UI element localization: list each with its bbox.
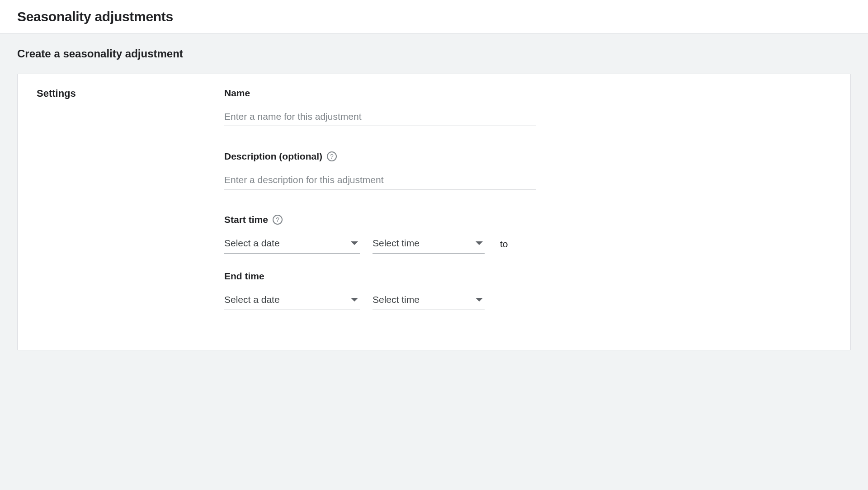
- help-icon[interactable]: ?: [327, 151, 337, 161]
- page-header: Seasonality adjustments: [0, 0, 868, 34]
- name-field-group: Name: [224, 88, 831, 126]
- start-time-dropdown[interactable]: Select time: [373, 234, 485, 254]
- start-time-label-text: Start time: [224, 214, 268, 225]
- start-date-value: Select a date: [224, 238, 280, 249]
- description-label: Description (optional) ?: [224, 151, 831, 162]
- settings-form: Name Description (optional) ? Start time…: [224, 88, 831, 327]
- description-field-group: Description (optional) ?: [224, 151, 831, 189]
- start-time-row: Select a date Select time to: [224, 234, 831, 254]
- chevron-down-icon: [351, 241, 358, 245]
- start-time-value: Select time: [373, 238, 420, 249]
- chevron-down-icon: [476, 298, 483, 302]
- chevron-down-icon: [476, 241, 483, 245]
- settings-sidebar: Settings: [37, 88, 224, 327]
- name-input[interactable]: [224, 108, 536, 126]
- end-time-label-text: End time: [224, 271, 264, 282]
- description-input[interactable]: [224, 171, 536, 189]
- section-title: Create a seasonality adjustment: [17, 47, 851, 60]
- end-date-value: Select a date: [224, 294, 280, 305]
- end-time-row: Select a date Select time: [224, 291, 831, 310]
- to-label: to: [497, 239, 508, 250]
- page-title: Seasonality adjustments: [17, 9, 851, 24]
- description-label-text: Description (optional): [224, 151, 322, 162]
- settings-panel-title: Settings: [37, 88, 224, 99]
- start-time-label: Start time ?: [224, 214, 831, 225]
- name-label: Name: [224, 88, 831, 99]
- end-date-dropdown[interactable]: Select a date: [224, 291, 360, 310]
- settings-card: Settings Name Description (optional) ? S…: [17, 74, 851, 350]
- end-time-field-group: End time Select a date Select time: [224, 271, 831, 310]
- end-time-label: End time: [224, 271, 831, 282]
- help-icon[interactable]: ?: [273, 215, 283, 225]
- end-time-dropdown[interactable]: Select time: [373, 291, 485, 310]
- start-date-dropdown[interactable]: Select a date: [224, 234, 360, 254]
- content-area: Create a seasonality adjustment Settings…: [0, 34, 868, 490]
- chevron-down-icon: [351, 298, 358, 302]
- end-time-value: Select time: [373, 294, 420, 305]
- start-time-field-group: Start time ? Select a date Select time t…: [224, 214, 831, 254]
